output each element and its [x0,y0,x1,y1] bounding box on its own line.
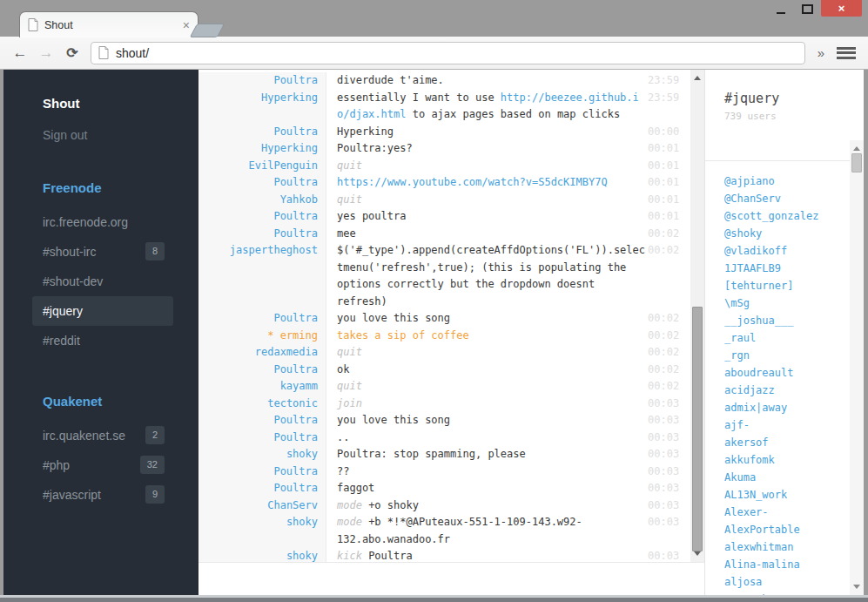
message-nick[interactable]: Poultra [198,208,326,226]
sidebar-item-irc-freenode-org[interactable]: irc.freenode.org [32,207,173,237]
maximize-button[interactable] [794,0,821,17]
message-timestamp: 00:01 [648,158,690,175]
user-list-item[interactable]: amatecha [724,591,864,595]
message-nick[interactable]: Poultra [198,310,326,328]
sidebar-item-jquery[interactable]: #jquery [32,296,173,326]
user-list-scrollbar[interactable] [850,140,864,595]
message-timestamp: 00:02 [648,310,690,328]
hamburger-menu-icon[interactable] [837,47,856,59]
user-list-item[interactable]: AL13N_work [724,486,864,504]
message-nick[interactable]: shoky [198,514,326,548]
back-button[interactable]: ← [9,44,31,62]
message-nick[interactable]: * erming [198,328,326,345]
user-list-item[interactable]: @ajpiano [724,172,864,190]
new-tab-button[interactable] [190,24,225,37]
message-row: EvilPenguinquit00:01 [198,158,690,175]
user-list-item[interactable]: _raul [724,329,864,347]
message-nick[interactable]: Hyperking [198,90,326,124]
chat-panel: Poultradiverdude t'aime.23:59Hyperkinges… [198,70,704,595]
browser-tab[interactable]: Shout × [19,11,198,37]
user-list-item[interactable]: @scott_gonzalez [724,207,864,225]
message-nick[interactable]: Poultra [198,362,326,379]
user-list-item[interactable]: Akuma [724,469,864,486]
message-nick[interactable]: jaspertheghost [198,242,326,310]
message-nick[interactable]: Poultra [198,463,326,481]
message-row: PoultraHyperking00:00 [198,124,690,141]
sidebar-item-irc-quakenet-se[interactable]: irc.quakenet.se2 [32,421,173,450]
message-nick[interactable]: kayamm [198,378,326,396]
message-nick[interactable]: shoky [198,446,326,463]
extensions-overflow-button[interactable]: » [812,45,830,60]
sidebar-item-shout-irc[interactable]: #shout-irc8 [32,237,173,267]
minimize-button[interactable] [767,0,794,17]
tab-close-icon[interactable]: × [183,19,190,31]
user-list-item[interactable]: aboudreault [724,364,864,382]
scroll-up-icon[interactable] [853,146,860,151]
scroll-down-icon[interactable] [694,551,701,556]
user-list-item[interactable]: alexwhitman [724,538,864,556]
user-list-item[interactable]: _rgn [724,347,864,364]
message-nick[interactable]: Poultra [198,430,326,447]
message-nick[interactable]: redaxmedia [198,344,326,362]
message-nick[interactable]: EvilPenguin [198,158,326,175]
user-list-item[interactable]: aljosa [724,573,864,591]
message-nick[interactable]: Poultra [198,72,326,90]
message-row: Poultra..00:03 [198,430,690,447]
message-text: Poultra: stop spamming, please [326,446,648,463]
message-row: Poultrayou love this song00:02 [198,310,690,328]
message-nick[interactable]: Poultra [198,174,326,192]
forward-button[interactable]: → [35,44,57,62]
user-list-item[interactable]: [tehturner] [724,277,864,294]
unread-badge: 2 [145,426,165,444]
user-list-scrollbar-thumb[interactable] [851,153,862,172]
sidebar-item-javascript[interactable]: #javascript9 [32,480,173,510]
user-list-item[interactable]: @ChanServ [724,190,864,207]
user-list-item[interactable]: 1JTAAFLB9 [724,260,864,277]
message-nick[interactable]: Poultra [198,480,326,497]
app-title: Shout [43,96,173,111]
message-nick[interactable]: Hyperking [198,140,326,158]
user-list-item[interactable]: __joshua___ [724,312,864,329]
chat-scrollbar-thumb[interactable] [692,307,703,551]
message-nick[interactable]: Poultra [198,226,326,243]
message-nick[interactable]: ChanServ [198,497,326,515]
user-list-item[interactable]: admix|away [724,399,864,416]
user-list-item[interactable]: akersof [724,434,864,451]
user-list-item[interactable]: @shoky [724,225,864,242]
user-list-item[interactable]: Alexer- [724,504,864,521]
message-link[interactable]: http://beezee.github.io/djax.html [337,91,639,121]
scroll-down-icon[interactable] [853,585,860,589]
user-list-item[interactable]: AlexPortable [724,521,864,538]
message-timestamp: 00:02 [648,378,690,396]
reload-button[interactable]: ⟳ [61,44,84,61]
scroll-up-icon[interactable] [694,76,701,80]
message-link[interactable]: https://www.youtube.com/watch?v=S5dcKIMB… [337,176,608,188]
message-nick[interactable]: tectonic [198,396,326,413]
user-list-item[interactable]: akkufomk [724,451,864,469]
user-list-item[interactable]: ajf- [724,416,864,434]
network-name: Quakenet [43,394,173,409]
user-list-item[interactable]: Alina-malina [724,556,864,573]
titlebar: Shout × × [0,0,868,37]
message-nick[interactable]: Poultra [198,124,326,141]
sidebar-item-shout-dev[interactable]: #shout-dev [32,267,173,296]
sign-out-button[interactable]: Sign out [43,128,173,142]
sidebar-item-php[interactable]: #php32 [32,450,173,480]
message-nick[interactable]: shoky [198,548,326,562]
message-nick[interactable]: Poultra [198,412,326,430]
close-button[interactable]: × [821,0,862,17]
user-list-item[interactable]: \mSg [724,294,864,312]
user-list-item[interactable]: acidjazz [724,382,864,399]
close-icon: × [838,2,845,15]
browser-toolbar: ← → ⟳ shout/ » [0,37,868,70]
address-bar[interactable]: shout/ [91,42,805,64]
user-list-item[interactable]: @vladikoff [724,242,864,260]
message-nick[interactable]: Yahkob [198,192,326,209]
message-timestamp: 00:02 [648,344,690,362]
chat-scrollbar[interactable] [690,70,704,562]
channel-label: irc.freenode.org [43,215,128,229]
message-input[interactable] [209,565,679,592]
user-list: @ajpiano@ChanServ@scott_gonzalez@shoky@v… [705,161,864,545]
sidebar-item-reddit[interactable]: #reddit [32,326,173,355]
message-timestamp: 00:02 [648,242,690,310]
